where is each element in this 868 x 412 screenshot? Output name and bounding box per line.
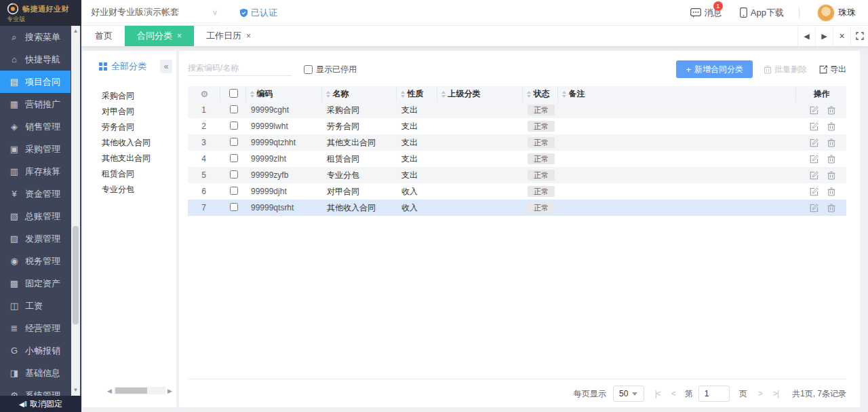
sidebar-item[interactable]: ◨ 基础信息 [0, 362, 71, 384]
edit-button[interactable] [810, 171, 818, 180]
sort-icon[interactable] [326, 91, 330, 98]
code-column-header[interactable]: 编码 [245, 86, 321, 102]
scroll-left-icon[interactable]: ◀ [107, 388, 112, 394]
delete-button[interactable] [827, 138, 835, 147]
category-item[interactable]: 其他支出合同 [102, 151, 176, 166]
scroll-right-icon[interactable]: ▶ [167, 388, 172, 394]
table-row[interactable]: 5 99999zyfb 专业分包 支出 正常 [188, 167, 846, 183]
messages-button[interactable]: 消息 1 [690, 7, 722, 19]
category-item[interactable]: 对甲合同 [102, 104, 176, 119]
add-contract-category-button[interactable]: + 新增合同分类 [676, 60, 753, 78]
sidebar-item[interactable]: ▦ 营销推广 [0, 93, 71, 115]
show-disabled-checkbox[interactable] [304, 65, 313, 74]
parent-column-header[interactable]: 上级分类 [437, 86, 522, 102]
hscroll-thumb[interactable] [115, 388, 147, 394]
table-row[interactable]: 6 99999djht 对甲合同 收入 正常 [188, 183, 846, 200]
user-menu[interactable]: 珠珠 [817, 4, 856, 22]
sidebar-item[interactable]: ¥ 资金管理 [0, 183, 71, 205]
tab[interactable]: 首页 [83, 26, 125, 46]
table-row[interactable]: 1 99999cght 采购合同 支出 正常 [188, 102, 846, 118]
tab[interactable]: 工作日历 × [194, 26, 263, 46]
batch-delete-button[interactable]: 批量删除 [764, 64, 807, 75]
fullscreen-button[interactable] [850, 26, 868, 46]
scroll-tabs-left-button[interactable]: ◀ [797, 26, 815, 46]
sort-icon[interactable] [250, 91, 254, 98]
edit-button[interactable] [810, 106, 818, 115]
close-all-tabs-button[interactable]: × [833, 26, 850, 46]
sort-icon[interactable] [562, 91, 566, 98]
sidebar-item[interactable]: ▥ 库存核算 [0, 160, 71, 183]
next-page-button[interactable]: > [758, 389, 762, 398]
last-page-button[interactable]: >| [773, 389, 778, 398]
sidebar-item[interactable]: ▩ 固定资产 [0, 272, 71, 295]
row-checkbox[interactable] [230, 203, 238, 211]
select-all-checkbox[interactable] [229, 89, 238, 98]
row-checkbox[interactable] [230, 105, 238, 113]
category-item[interactable]: 劳务合同 [102, 119, 176, 135]
edit-button[interactable] [810, 138, 818, 147]
category-item[interactable]: 专业分包 [102, 182, 176, 198]
row-checkbox[interactable] [230, 138, 238, 146]
sidebar-item[interactable]: ▣ 采购管理 [0, 138, 71, 160]
all-categories-link[interactable]: 全部分类 [111, 60, 146, 73]
delete-button[interactable] [827, 204, 835, 212]
scroll-up-icon[interactable]: ▲ [71, 26, 80, 36]
row-checkbox[interactable] [230, 154, 238, 162]
category-hscrollbar[interactable]: ◀ ▶ [107, 386, 172, 395]
status-column-header[interactable]: 状态 [522, 86, 557, 102]
edit-button[interactable] [810, 187, 818, 196]
collapse-panel-button[interactable]: « [160, 60, 172, 73]
edit-button[interactable] [810, 155, 818, 164]
row-checkbox[interactable] [230, 187, 238, 195]
hscroll-track[interactable] [114, 387, 165, 394]
category-item[interactable]: 其他收入合同 [102, 135, 176, 151]
first-page-button[interactable]: |< [655, 389, 660, 398]
search-input[interactable] [188, 63, 293, 73]
table-row[interactable]: 2 99999lwht 劳务合同 支出 正常 [188, 118, 846, 134]
sidebar-scrollbar[interactable]: ▲ ▼ [71, 26, 80, 396]
sidebar-item[interactable]: ◫ 工资 [0, 295, 71, 317]
sort-icon[interactable] [441, 91, 446, 98]
gear-icon[interactable]: ⚙ [200, 89, 208, 99]
nature-column-header[interactable]: 性质 [396, 86, 437, 102]
sidebar-item[interactable]: ◉ 税务管理 [0, 250, 71, 272]
name-column-header[interactable]: 名称 [321, 86, 396, 102]
row-checkbox[interactable] [230, 170, 238, 179]
column-settings-header[interactable]: ⚙ [188, 86, 220, 102]
sidebar-item[interactable]: ◈ 销售管理 [0, 115, 71, 138]
account-selector[interactable]: 好业财专业版演示帐套 ∨ [88, 2, 220, 23]
delete-button[interactable] [827, 106, 835, 115]
sidebar-item[interactable]: ▨ 发票管理 [0, 227, 71, 250]
sort-icon[interactable] [401, 91, 405, 98]
sort-icon[interactable] [527, 91, 531, 98]
prev-page-button[interactable]: < [671, 389, 675, 398]
export-button[interactable]: 导出 [819, 64, 846, 75]
table-row[interactable]: 7 99999qtsrht 其他收入合同 收入 正常 [188, 200, 846, 216]
category-item[interactable]: 租赁合同 [102, 166, 176, 182]
scroll-down-icon[interactable]: ▼ [71, 386, 80, 395]
sidebar-item[interactable]: ▧ 总账管理 [0, 205, 71, 227]
sidebar-item[interactable]: ⌕ 搜索菜单 [0, 26, 71, 48]
page-number-input[interactable] [698, 386, 730, 402]
sidebar-item[interactable]: ≣ 经营管理 [0, 317, 71, 339]
edit-button[interactable] [810, 122, 818, 131]
delete-button[interactable] [827, 187, 835, 196]
edit-button[interactable] [810, 204, 818, 212]
unpin-sidebar-button[interactable]: ◀‖ 取消固定 [0, 396, 81, 412]
delete-button[interactable] [827, 171, 835, 180]
app-download-button[interactable]: App下载 [740, 7, 784, 19]
tab-close-icon[interactable]: × [177, 31, 182, 41]
category-item[interactable]: 采购合同 [102, 88, 176, 104]
delete-button[interactable] [827, 122, 835, 131]
scroll-tabs-right-button[interactable]: ▶ [815, 26, 833, 46]
table-row[interactable]: 4 99999zlht 租赁合同 支出 正常 [188, 151, 846, 167]
delete-button[interactable] [827, 155, 835, 164]
per-page-select[interactable]: 50 [613, 386, 644, 402]
sidebar-item[interactable]: ⚙ 系统管理 [0, 384, 71, 396]
tab[interactable]: 合同分类 × [125, 26, 194, 46]
table-row[interactable]: 3 99999qtzhht 其他支出合同 支出 正常 [188, 134, 846, 151]
sidebar-item[interactable]: ⌂ 快捷导航 [0, 48, 71, 71]
sidebar-item[interactable]: G 小畅报销 [0, 339, 71, 362]
tab-close-icon[interactable]: × [246, 31, 251, 41]
scrollbar-thumb[interactable] [73, 226, 79, 324]
